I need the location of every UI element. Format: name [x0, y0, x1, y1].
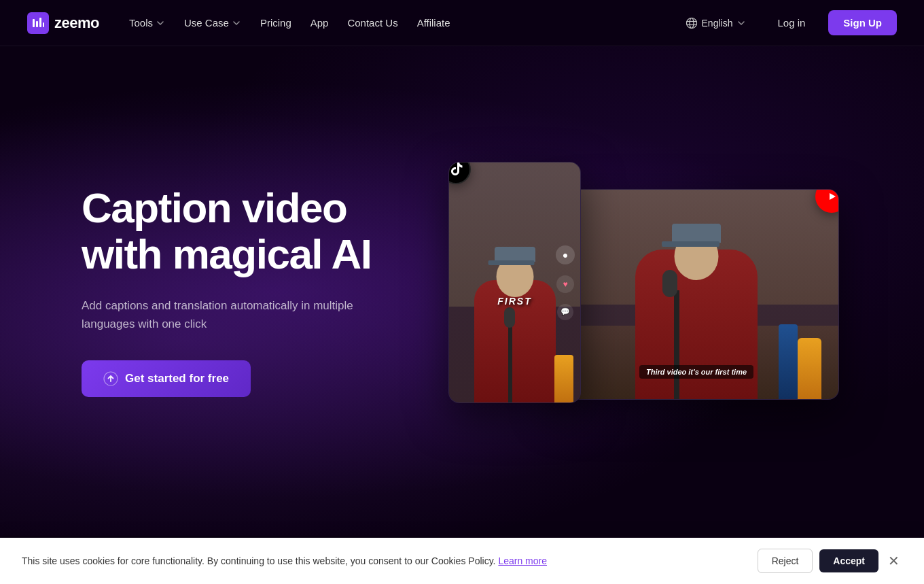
hero-subtitle: Add captions and translation automatical…: [82, 296, 353, 333]
cookie-close-button[interactable]: ✕: [885, 551, 902, 570]
svg-rect-2: [39, 18, 41, 27]
tools-chevron-icon: [156, 18, 165, 28]
hero-left: Caption video with magical AI Add captio…: [82, 185, 421, 398]
nav-links: Tools Use Case Pricing App Contact Us: [121, 12, 459, 34]
tiktok-actions: ● ♥ 💬: [556, 245, 575, 320]
hero-section: Caption video with magical AI Add captio…: [0, 46, 924, 536]
nav-affiliate[interactable]: Affiliate: [409, 12, 459, 34]
upload-icon: [103, 371, 118, 386]
youtube-video-card: Third video it's our first time: [554, 189, 839, 400]
tiktok-video-bg: ● ♥ 💬 FIRST: [449, 162, 580, 402]
nav-left: zeemo Tools Use Case Pricing App: [27, 12, 459, 34]
svg-rect-3: [43, 22, 44, 27]
tiktok-icon: [448, 162, 463, 177]
svg-rect-0: [33, 19, 35, 27]
tiktok-video-card: ● ♥ 💬 FIRST: [448, 162, 581, 403]
logo-icon: [27, 12, 49, 34]
use-case-chevron-icon: [232, 18, 241, 28]
globe-icon: [686, 17, 698, 29]
login-button[interactable]: Log in: [765, 12, 817, 34]
cookie-accept-button[interactable]: Accept: [819, 549, 878, 572]
svg-rect-1: [36, 21, 38, 27]
nav-app[interactable]: App: [302, 12, 337, 34]
nav-tools[interactable]: Tools: [121, 12, 173, 34]
logo-text: zeemo: [54, 14, 99, 32]
nav-pricing[interactable]: Pricing: [252, 12, 300, 34]
youtube-video-bg: Third video it's our first time: [554, 190, 838, 399]
hero-right: Third video it's our first time: [448, 162, 870, 420]
signup-button[interactable]: Sign Up: [828, 10, 897, 35]
nav-right: English Log in Sign Up: [677, 10, 897, 35]
navbar: zeemo Tools Use Case Pricing App: [0, 0, 924, 46]
tiktok-caption: FIRST: [497, 296, 531, 307]
cookie-text: This site uses cookies for core function…: [22, 555, 744, 566]
hero-title: Caption video with magical AI: [82, 185, 421, 277]
cookie-banner: This site uses cookies for core function…: [0, 538, 924, 584]
cookie-reject-button[interactable]: Reject: [758, 549, 813, 573]
language-selector[interactable]: English: [677, 13, 755, 33]
cookie-learn-more-link[interactable]: Learn more: [498, 555, 547, 566]
svg-point-5: [690, 18, 694, 28]
nav-use-case[interactable]: Use Case: [176, 12, 249, 34]
language-chevron-icon: [736, 18, 746, 28]
nav-contact-us[interactable]: Contact Us: [339, 12, 406, 34]
close-icon: ✕: [888, 553, 900, 568]
svg-point-4: [686, 18, 696, 28]
logo[interactable]: zeemo: [27, 12, 99, 34]
cookie-actions: Reject Accept ✕: [758, 549, 902, 573]
logo-svg: [31, 16, 45, 30]
cta-label: Get started for free: [125, 372, 229, 385]
language-label: English: [702, 18, 733, 29]
youtube-icon: [822, 190, 839, 203]
cta-button[interactable]: Get started for free: [82, 360, 251, 397]
youtube-caption: Third video it's our first time: [639, 365, 753, 379]
